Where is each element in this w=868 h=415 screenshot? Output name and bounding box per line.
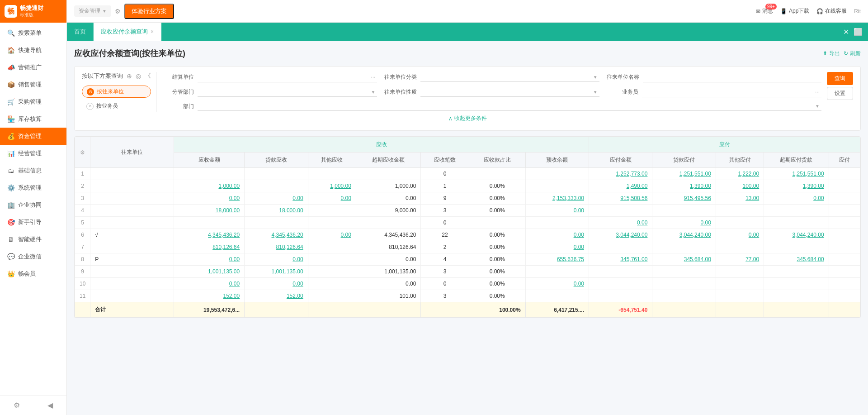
table-cell[interactable]: 0.00 [245,192,308,205]
table-cell[interactable] [525,266,589,278]
tab-close-arquery[interactable]: × [151,29,154,35]
table-cell[interactable] [245,217,308,229]
table-settings-icon[interactable]: ⚙ [75,137,90,168]
table-cell[interactable] [308,253,356,266]
table-cell[interactable] [308,278,356,290]
table-cell[interactable] [308,205,356,217]
table-cell[interactable] [764,205,829,217]
table-cell[interactable]: 345,684.00 [652,253,716,266]
messages-button[interactable]: ✉ 消息 99+ [756,7,773,15]
target-button[interactable]: ◎ [136,72,141,80]
table-cell[interactable]: 13.00 [716,192,764,205]
dept-select[interactable]: ▼ [198,88,377,97]
table-cell[interactable] [589,205,652,217]
table-cell[interactable] [245,180,308,192]
add-scheme-button[interactable]: ⊕ [127,72,132,80]
collapse-more-button[interactable]: ∧ 收起更多条件 [82,112,853,125]
table-cell[interactable] [308,168,356,180]
staff-input[interactable]: ··· [642,87,821,97]
sidebar-item-finance[interactable]: 💰资金管理 [0,128,66,145]
table-cell[interactable] [525,290,589,302]
table-cell[interactable]: 1,390.00 [652,180,716,192]
table-cell[interactable]: 1,222.00 [716,168,764,180]
sidebar-item-member[interactable]: 👑畅会员 [0,265,66,282]
sidebar-item-basic[interactable]: 🗂基础信息 [0,162,66,179]
table-cell[interactable]: 0.00 [589,217,652,229]
export-button[interactable]: ⬆ 导出 [823,50,840,57]
table-cell[interactable] [308,290,356,302]
table-cell[interactable]: 1,251,551.00 [764,168,829,180]
table-cell[interactable]: 4,345,436.20 [174,229,245,241]
table-cell[interactable]: 0.00 [245,278,308,290]
table-cell[interactable]: 915,495.56 [652,192,716,205]
table-cell[interactable]: 2,153,333.00 [525,192,589,205]
table-cell[interactable] [716,266,764,278]
table-cell[interactable]: 0.00 [308,229,356,241]
table-cell[interactable]: 1,000.00 [308,180,356,192]
table-cell[interactable] [308,266,356,278]
table-scroll[interactable]: ⚙ 往来单位 应收 应付 应收金额 贷款应收 其他应收 超期应收金额 应收笔数 … [75,137,860,318]
section-dept-select[interactable]: ▼ [198,102,821,111]
table-cell[interactable] [764,217,829,229]
table-cell[interactable]: 0.00 [174,278,245,290]
table-cell[interactable]: 77.00 [716,253,764,266]
table-cell[interactable] [308,241,356,253]
sidebar-item-system[interactable]: ⚙️系统管理 [0,179,66,196]
table-cell[interactable]: 1,251,551.00 [652,168,716,180]
unit-nature-select[interactable]: ▼ [420,88,599,97]
query-button[interactable]: 查询 [827,72,853,85]
sidebar-item-purchase[interactable]: 🛒采购管理 [0,93,66,110]
search-option-by-staff[interactable]: ○ 按业务员 [82,100,151,112]
sidebar-item-marketing[interactable]: 📣营销推广 [0,59,66,76]
sidebar-item-search[interactable]: 🔍搜索菜单 [0,24,66,42]
app-download-button[interactable]: 📱 App下载 [780,7,809,15]
table-cell[interactable] [716,217,764,229]
table-cell[interactable]: 18,000.00 [174,205,245,217]
sidebar-item-hardware[interactable]: 🖥智能硬件 [0,231,66,248]
table-cell[interactable]: 810,126.64 [174,241,245,253]
breadcrumb-chevron[interactable]: ▼ [102,9,107,14]
table-cell[interactable]: 1,490.00 [589,180,652,192]
table-cell[interactable]: 0.00 [174,192,245,205]
unit-category-select[interactable]: ▼ [420,73,599,82]
table-cell[interactable]: 0.00 [716,229,764,241]
user-menu[interactable]: Rit [854,8,861,14]
topbar-gear-icon[interactable]: ⚙ [115,8,121,15]
settlement-unit-input[interactable]: ··· [198,72,377,82]
table-cell[interactable] [174,168,245,180]
settings-button[interactable]: 设置 [827,87,853,100]
table-cell[interactable] [764,241,829,253]
table-cell[interactable] [764,290,829,302]
sidebar-item-enterprise[interactable]: 🏢企业协同 [0,196,66,214]
table-cell[interactable] [652,241,716,253]
table-cell[interactable] [589,266,652,278]
table-cell[interactable] [174,217,245,229]
maximize-icon[interactable]: ⬜ [854,28,863,36]
table-cell[interactable] [525,168,589,180]
table-cell[interactable]: 345,761.00 [589,253,652,266]
collapse-icon[interactable]: ◀ [47,401,53,410]
promo-button[interactable]: 体验行业方案 [124,4,174,19]
table-cell[interactable]: 0.00 [308,192,356,205]
sidebar-item-wechat[interactable]: 💬企业微信 [0,248,66,265]
table-cell[interactable] [525,180,589,192]
tab-home[interactable]: 首页 [67,23,94,41]
table-cell[interactable]: 915,508.56 [589,192,652,205]
table-cell[interactable]: 0.00 [525,229,589,241]
table-cell[interactable]: 100.00 [716,180,764,192]
table-cell[interactable]: 3,044,240.00 [589,229,652,241]
table-cell[interactable] [716,290,764,302]
search-option-by-unit[interactable]: ⊙ 按往来单位 [82,86,151,98]
sidebar-item-newbie[interactable]: 🎯新手引导 [0,214,66,231]
table-cell[interactable] [652,266,716,278]
collapse-left-button[interactable]: 《 [145,72,151,80]
refresh-button[interactable]: ↻ 刷新 [844,50,861,57]
sidebar-item-warehouse[interactable]: 🏪库存核算 [0,110,66,128]
table-cell[interactable]: 1,252,773.00 [589,168,652,180]
table-cell[interactable] [652,290,716,302]
unit-name-input[interactable] [643,72,821,82]
table-cell[interactable]: 152.00 [245,290,308,302]
table-cell[interactable]: 0.00 [245,253,308,266]
tab-arquery[interactable]: 应收应付余额查询× [94,23,161,41]
table-cell[interactable] [245,168,308,180]
